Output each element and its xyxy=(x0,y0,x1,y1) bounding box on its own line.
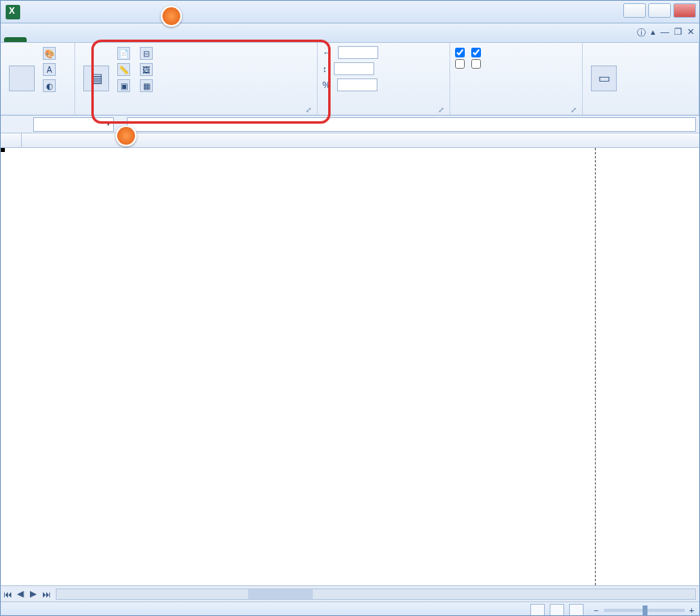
fit-width-input[interactable] xyxy=(338,46,378,59)
colors-icon: 🎨 xyxy=(43,47,56,60)
select-all-corner[interactable] xyxy=(1,133,22,147)
group-label-sheet-opts: ⤢ xyxy=(455,113,577,115)
sheet-nav-prev[interactable]: ◀ xyxy=(14,589,27,599)
doc-max[interactable]: ❐ xyxy=(674,27,682,39)
grid-print-check[interactable] xyxy=(455,59,468,69)
print-titles-button[interactable]: ▦ xyxy=(138,78,158,93)
zoom-in[interactable]: + xyxy=(689,605,694,615)
chevron-down-icon[interactable]: ▾ xyxy=(107,120,110,128)
sheet-opts-launcher[interactable]: ⤢ xyxy=(571,106,577,114)
sheet-nav-last[interactable]: ⏭ xyxy=(40,589,53,599)
page-setup-launcher[interactable]: ⤢ xyxy=(306,106,312,114)
ribbon-tabs: ⓘ ▴ — ❐ ✕ xyxy=(1,23,699,43)
group-label-themes xyxy=(6,113,70,115)
sheet-nav-first[interactable]: ⏮ xyxy=(1,589,14,599)
width-icon: ↔ xyxy=(323,48,331,57)
arrange-icon: ▭ xyxy=(591,65,617,91)
print-area-icon: ▣ xyxy=(117,79,130,92)
horizontal-scrollbar[interactable] xyxy=(56,589,696,600)
column-headers xyxy=(1,133,699,148)
tab-file[interactable] xyxy=(4,37,27,42)
orientation-button[interactable]: 📄 xyxy=(116,46,135,61)
ribbon: 🎨 A ◐ ▤ 📄 📏 ▣ ⊟ 🖼 ▦ ⤢ xyxy=(1,43,699,116)
head-print-check[interactable] xyxy=(471,59,484,69)
size-icon: 📏 xyxy=(117,63,130,76)
window-maximize[interactable] xyxy=(648,3,671,18)
background-button[interactable]: 🖼 xyxy=(138,62,158,77)
excel-icon xyxy=(6,5,20,19)
view-page-break[interactable] xyxy=(569,604,584,616)
page-break-line xyxy=(595,148,596,585)
arrange-button[interactable]: ▭ xyxy=(588,44,620,113)
print-area-button[interactable]: ▣ xyxy=(116,78,135,93)
title-bar xyxy=(1,1,699,23)
fonts-icon: A xyxy=(43,63,56,76)
status-bar: − + xyxy=(1,602,699,616)
scale-launcher[interactable]: ⤢ xyxy=(438,106,445,114)
fit-width-row: ↔ xyxy=(323,46,378,59)
window-close[interactable] xyxy=(673,3,696,18)
window-minimize[interactable] xyxy=(623,3,646,18)
spreadsheet-grid[interactable] xyxy=(1,133,699,586)
background-icon: 🖼 xyxy=(140,63,153,76)
scale-icon: % xyxy=(323,80,331,90)
themes-icon xyxy=(9,65,35,91)
sheet-nav-next[interactable]: ▶ xyxy=(27,589,40,599)
formula-input[interactable] xyxy=(127,117,696,132)
ribbon-help-icon[interactable]: ⓘ xyxy=(637,27,646,39)
view-page-layout[interactable] xyxy=(550,604,564,616)
margins-icon: ▤ xyxy=(83,65,109,91)
doc-min[interactable]: — xyxy=(660,27,669,39)
breaks-icon: ⊟ xyxy=(140,47,153,60)
print-titles-icon: ▦ xyxy=(140,79,153,92)
zoom-out[interactable]: − xyxy=(593,605,598,615)
theme-effects[interactable]: ◐ xyxy=(41,78,57,93)
theme-colors[interactable]: 🎨 xyxy=(41,46,57,61)
active-cell xyxy=(1,148,4,151)
fit-scale-row: % xyxy=(323,78,378,91)
orientation-icon: 📄 xyxy=(117,47,130,60)
margins-button[interactable]: ▤ xyxy=(80,44,112,113)
badge-two xyxy=(116,125,137,146)
name-box[interactable]: ▾ xyxy=(33,117,114,132)
theme-fonts[interactable]: A xyxy=(41,62,57,77)
size-button[interactable]: 📏 xyxy=(116,62,135,77)
fit-height-input[interactable] xyxy=(334,62,374,75)
grid-view-check[interactable] xyxy=(455,48,468,57)
view-normal[interactable] xyxy=(530,604,545,616)
qat-undo[interactable] xyxy=(44,4,60,20)
sheet-tab-bar: ⏮ ◀ ▶ ⏭ xyxy=(1,586,699,602)
head-view-check[interactable] xyxy=(471,48,484,57)
group-label-scale: ⤢ xyxy=(323,113,445,115)
qat-more[interactable] xyxy=(79,4,95,20)
formula-bar: ▾ xyxy=(1,116,699,133)
fit-scale-input[interactable] xyxy=(337,78,377,91)
group-label-page-setup: ⤢ xyxy=(80,113,312,115)
doc-close[interactable]: ✕ xyxy=(687,27,694,39)
zoom-slider[interactable] xyxy=(604,609,685,612)
group-label-arrange xyxy=(588,113,694,115)
ribbon-minimize-icon[interactable]: ▴ xyxy=(651,27,656,39)
effects-icon: ◐ xyxy=(43,79,56,92)
height-icon: ↕ xyxy=(323,64,327,74)
themes-button[interactable] xyxy=(6,44,38,113)
breaks-button[interactable]: ⊟ xyxy=(138,46,158,61)
qat-redo[interactable] xyxy=(61,4,78,20)
fit-height-row: ↕ xyxy=(323,62,378,75)
qat-save[interactable] xyxy=(26,4,42,20)
badge-one xyxy=(161,6,182,27)
